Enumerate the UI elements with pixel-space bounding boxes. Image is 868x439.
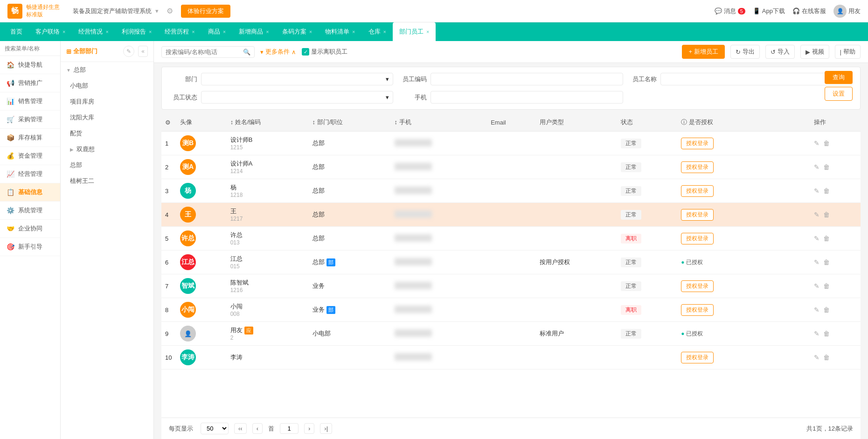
close-icon[interactable]: × [309,29,312,35]
dept-select[interactable]: ▾ [201,73,393,85]
sidebar-item-purchase[interactable]: 🛒 采购管理 [0,111,60,129]
sidebar-item-basic[interactable]: 📋 基础信息 [0,183,60,202]
show-resigned-checkbox[interactable]: ✓ 显示离职员工 [302,48,347,56]
delete-btn[interactable]: 🗑 [823,306,830,314]
export-btn[interactable]: ↻ 导出 [730,45,760,59]
query-btn[interactable]: 查询 [825,71,853,84]
delete-btn[interactable]: 🗑 [823,282,830,290]
last-page-btn[interactable]: ›| [320,423,332,434]
row-phone [391,155,487,179]
gear-button[interactable]: ⚙ [162,4,177,19]
delete-btn[interactable]: 🗑 [823,330,830,337]
dept-node-plant[interactable]: 植树王二 [61,173,153,189]
message-btn[interactable]: 💬 消息 5 [715,7,745,15]
add-employee-btn[interactable]: + 新增员工 [682,45,724,59]
edit-btn[interactable]: ✎ [814,163,819,171]
edit-dept-btn[interactable]: ✎ [123,46,134,57]
next-page-btn[interactable]: › [304,423,314,434]
dept-node-small-elec[interactable]: 小电部 [61,78,153,94]
edit-btn[interactable]: ✎ [814,211,819,218]
tab-bom[interactable]: 物料清单 × [319,22,361,41]
auth-login-btn[interactable]: 授权登录 [681,352,714,363]
auth-login-btn[interactable]: 授权登录 [681,209,714,221]
sidebar-item-marketing[interactable]: 📢 营销推广 [0,74,60,92]
edit-btn[interactable]: ✎ [814,187,819,195]
dept-node-project[interactable]: 项目库房 [61,94,153,110]
sidebar-item-collab[interactable]: 🤝 企业协同 [0,220,60,238]
edit-btn[interactable]: ✎ [814,139,819,147]
per-page-select[interactable]: 50 20 100 [201,423,229,434]
edit-btn[interactable]: ✎ [814,258,819,266]
user-area[interactable]: 👤 用友 [833,5,861,18]
dept-node-hq[interactable]: 总部 [61,157,153,173]
page-input[interactable] [280,423,299,434]
sidebar-item-quick-nav[interactable]: 🏠 快捷导航 [0,56,60,74]
tab-customer[interactable]: 客户联络 × [29,22,72,41]
close-icon[interactable]: × [223,29,226,35]
tab-profit[interactable]: 利润报告 × [115,22,158,41]
tab-home[interactable]: 首页 [4,22,29,41]
delete-btn[interactable]: 🗑 [823,187,830,195]
employee-search-input[interactable] [166,49,240,56]
dept-node-shenyang[interactable]: 沈阳大库 [61,110,153,125]
edit-btn[interactable]: ✎ [814,330,819,337]
delete-btn[interactable]: 🗑 [823,235,830,242]
delete-btn[interactable]: 🗑 [823,258,830,266]
close-icon[interactable]: × [149,29,152,35]
tab-barcode[interactable]: 条码方案 × [276,22,319,41]
view-btn[interactable]: ▶ 视频 [800,45,829,59]
close-icon[interactable]: × [352,29,355,35]
sidebar-item-business[interactable]: 📈 经营管理 [0,165,60,183]
dept-node-hq-group[interactable]: ▼ 总部 [61,62,153,78]
tab-employee[interactable]: 部门员工 × [393,22,436,41]
edit-btn[interactable]: ✎ [814,282,819,290]
close-icon[interactable]: × [426,29,429,35]
edit-btn[interactable]: ✎ [814,306,819,314]
delete-btn[interactable]: 🗑 [823,354,830,361]
help-btn[interactable]: | 帮助 [835,45,861,59]
emp-name-input[interactable] [660,73,853,85]
sidebar-item-inventory[interactable]: 📦 库存核算 [0,129,60,147]
delete-btn[interactable]: 🗑 [823,139,830,147]
delete-btn[interactable]: 🗑 [823,211,830,218]
tab-goods[interactable]: 商品 × [201,22,232,41]
first-page-btn[interactable]: ‹‹ [234,423,247,434]
close-icon[interactable]: × [62,29,65,35]
sidebar-item-finance[interactable]: 💰 资金管理 [0,147,60,165]
phone-input[interactable] [431,91,623,104]
sidebar-item-sales[interactable]: 📊 销售管理 [0,92,60,111]
dept-node-double[interactable]: ▶ 双鹿想 [61,141,153,157]
dept-node-distribution[interactable]: 配货 [61,125,153,141]
close-icon[interactable]: × [105,29,108,35]
close-icon[interactable]: × [383,29,386,35]
trial-btn[interactable]: 体验行业方案 [181,5,230,18]
more-condition-btn[interactable]: ▾ 更多条件 ∧ [260,48,296,56]
tab-operation[interactable]: 经营情况 × [72,22,115,41]
tab-warehouse[interactable]: 仓库 × [362,22,393,41]
app-download-btn[interactable]: 📱 App下载 [753,7,785,15]
emp-status-select[interactable]: ▾ [201,91,393,104]
sidebar-item-guide[interactable]: 🎯 新手引导 [0,238,60,256]
auth-login-btn[interactable]: 授权登录 [681,185,714,197]
edit-btn[interactable]: ✎ [814,354,819,361]
close-icon[interactable]: × [266,29,269,35]
tab-process[interactable]: 经营历程 × [158,22,201,41]
sidebar-item-system[interactable]: ⚙️ 系统管理 [0,202,60,220]
auth-login-btn[interactable]: 授权登录 [681,280,714,292]
auth-login-btn[interactable]: 授权登录 [681,304,714,316]
prev-page-btn[interactable]: ‹ [252,423,263,434]
delete-btn[interactable]: 🗑 [823,163,830,171]
row-empty [764,346,810,369]
auth-login-btn[interactable]: 授权登录 [681,161,714,173]
sidebar-search-input[interactable] [5,45,61,52]
auth-login-btn[interactable]: 授权登录 [681,138,714,149]
close-icon[interactable]: × [192,29,194,35]
edit-btn[interactable]: ✎ [814,235,819,242]
tab-new-goods[interactable]: 新增商品 × [232,22,275,41]
collapse-tree-btn[interactable]: « [138,46,148,57]
auth-login-btn[interactable]: 授权登录 [681,233,714,244]
emp-code-input[interactable] [431,73,623,85]
import-btn[interactable]: ↺ 导入 [765,45,795,59]
online-service-btn[interactable]: 🎧 在线客服 [792,7,826,15]
reset-btn[interactable]: 设置 [825,87,853,101]
